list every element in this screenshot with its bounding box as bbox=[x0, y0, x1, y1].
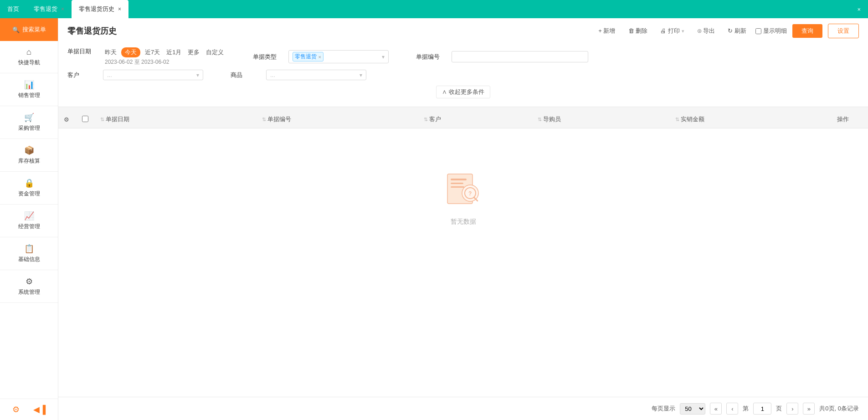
th-customer[interactable]: ⇅ 客户 bbox=[418, 111, 532, 128]
table-body: ? 暂无数据 bbox=[58, 128, 868, 263]
sidebar-item-operations[interactable]: 📈 经营管理 bbox=[0, 205, 58, 237]
empty-text: 暂无数据 bbox=[451, 218, 476, 226]
sidebar-item-finance[interactable]: 🔒 资金管理 bbox=[0, 172, 58, 205]
date-opt-more[interactable]: 更多 bbox=[186, 47, 201, 57]
per-page-select[interactable]: 50 10 20 100 bbox=[680, 403, 705, 415]
filter-row-2: 客户 ... ▾ 商品 ... ▾ bbox=[67, 70, 859, 80]
next-page-button[interactable]: › bbox=[786, 403, 798, 415]
sidebar-item-quick-nav[interactable]: ⌂ 快捷导航 bbox=[0, 41, 58, 73]
show-detail-input[interactable] bbox=[755, 28, 761, 34]
operations-icon: 📈 bbox=[24, 211, 34, 221]
sidebar: 🔍 搜索菜单 ⌂ 快捷导航 📊 销售管理 🛒 采购管理 📦 库存核算 🔒 资金管… bbox=[0, 18, 58, 420]
th-number-label: 单据编号 bbox=[267, 116, 291, 123]
tab-return-label: 零售退货 bbox=[34, 5, 57, 13]
add-label: + 新增 bbox=[598, 27, 615, 35]
empty-state: ? 暂无数据 bbox=[58, 128, 868, 262]
th-amount-label: 实销金额 bbox=[681, 116, 704, 123]
settings-button[interactable]: 设置 bbox=[828, 24, 859, 38]
page-input[interactable] bbox=[753, 403, 771, 415]
sidebar-item-label: 系统管理 bbox=[18, 288, 40, 296]
show-detail-label: 显示明细 bbox=[763, 27, 787, 35]
th-amount[interactable]: ⇅ 实销金额 bbox=[670, 111, 832, 128]
inventory-icon: 📦 bbox=[24, 145, 34, 155]
th-settings[interactable]: ⚙ bbox=[58, 111, 77, 128]
sidebar-bottom: ⚙ ◀▐ bbox=[0, 399, 58, 420]
prev-page-button[interactable]: ‹ bbox=[726, 403, 738, 415]
customer-filter-select[interactable]: ... ▾ bbox=[103, 70, 203, 80]
type-dropdown-arrow: ▾ bbox=[382, 54, 385, 60]
window-close[interactable]: × bbox=[857, 6, 868, 13]
th-date[interactable]: ⇅ 单据日期 bbox=[95, 111, 257, 128]
date-opt-today[interactable]: 今天 bbox=[121, 47, 140, 57]
date-opt-yesterday[interactable]: 昨天 bbox=[103, 47, 118, 57]
sales-icon: 📊 bbox=[24, 80, 34, 90]
sidebar-item-system[interactable]: ⚙ 系统管理 bbox=[0, 270, 58, 303]
th-actions-label: 操作 bbox=[837, 116, 849, 123]
goods-dropdown-arrow: ▾ bbox=[360, 72, 362, 78]
query-button[interactable]: 查询 bbox=[792, 24, 822, 38]
collapse-button[interactable]: ∧ 收起更多条件 bbox=[436, 86, 490, 98]
system-icon: ⚙ bbox=[26, 277, 33, 287]
sidebar-item-label: 资金管理 bbox=[18, 190, 40, 198]
th-checkbox[interactable] bbox=[77, 111, 95, 128]
sidebar-item-label: 基础信息 bbox=[18, 256, 40, 263]
refresh-label: ↻ 刷新 bbox=[728, 27, 746, 35]
date-opt-1month[interactable]: 近1月 bbox=[164, 47, 183, 57]
add-button[interactable]: + 新增 bbox=[595, 25, 619, 37]
tab-return-history-label: 零售退货历史 bbox=[79, 5, 114, 13]
print-button[interactable]: 🖨 打印 ▾ bbox=[657, 25, 688, 37]
top-bar: 首页 零售退货 × 零售退货历史 × × bbox=[0, 0, 868, 18]
customer-dropdown-arrow: ▾ bbox=[196, 72, 199, 78]
sidebar-item-purchase-mgmt[interactable]: 🛒 采购管理 bbox=[0, 106, 58, 139]
first-page-button[interactable]: « bbox=[710, 403, 722, 415]
empty-state-cell: ? 暂无数据 bbox=[58, 128, 868, 263]
page-label: 第 bbox=[743, 405, 749, 413]
th-guide[interactable]: ⇅ 导购员 bbox=[532, 111, 670, 128]
sort-icon: ⇅ bbox=[424, 117, 429, 122]
sidebar-item-sales-mgmt[interactable]: 📊 销售管理 bbox=[0, 73, 58, 106]
date-opt-7days[interactable]: 近7天 bbox=[143, 47, 162, 57]
quick-nav-icon: ⌂ bbox=[26, 47, 31, 57]
filter-row-1: 单据日期 昨天 今天 近7天 近1月 更多 自定义 2023-06-02 至 2… bbox=[67, 47, 859, 66]
type-tag-close[interactable]: × bbox=[318, 54, 321, 60]
number-filter-input[interactable] bbox=[452, 51, 588, 62]
main-layout: 🔍 搜索菜单 ⌂ 快捷导航 📊 销售管理 🛒 采购管理 📦 库存核算 🔒 资金管… bbox=[0, 18, 868, 420]
sort-icon: ⇅ bbox=[675, 117, 681, 122]
tab-return[interactable]: 零售退货 × bbox=[26, 0, 72, 18]
page-header-top: 零售退货历史 + 新增 🗑 删除 🖨 打印 ▾ ⊙ 导出 bbox=[67, 24, 859, 43]
audio-bottom-icon[interactable]: ◀▐ bbox=[33, 405, 46, 415]
sidebar-item-basic-info[interactable]: 📋 基础信息 bbox=[0, 237, 58, 270]
toolbar: + 新增 🗑 删除 🖨 打印 ▾ ⊙ 导出 ↻ 刷新 bbox=[595, 24, 859, 38]
svg-rect-2 bbox=[451, 183, 463, 184]
empty-illustration: ? bbox=[441, 165, 486, 210]
tab-return-history[interactable]: 零售退货历史 × bbox=[72, 0, 128, 18]
tab-return-history-close[interactable]: × bbox=[118, 6, 121, 12]
tab-home[interactable]: 首页 bbox=[0, 0, 26, 18]
tab-return-close[interactable]: × bbox=[61, 6, 64, 12]
export-button[interactable]: ⊙ 导出 bbox=[693, 25, 719, 37]
type-filter-label: 单据类型 bbox=[253, 53, 285, 61]
date-opt-custom[interactable]: 自定义 bbox=[204, 47, 226, 57]
per-page-label: 每页显示 bbox=[652, 405, 675, 413]
pagination-bar: 每页显示 50 10 20 100 « ‹ 第 页 › » 共0页, 0条记录 bbox=[58, 397, 868, 420]
print-label: 🖨 打印 bbox=[660, 27, 680, 35]
goods-filter-select[interactable]: ... ▾ bbox=[266, 70, 366, 80]
type-filter-select[interactable]: 零售退货 × ▾ bbox=[288, 50, 389, 63]
show-detail-checkbox[interactable]: 显示明细 bbox=[755, 27, 787, 35]
svg-text:?: ? bbox=[468, 190, 472, 197]
total-info: 共0页, 0条记录 bbox=[819, 405, 859, 413]
th-number[interactable]: ⇅ 单据编号 bbox=[257, 111, 418, 128]
type-tag-label: 零售退货 bbox=[295, 53, 317, 61]
type-tag-item: 零售退货 × bbox=[293, 52, 323, 61]
page-title: 零售退货历史 bbox=[67, 26, 117, 36]
select-all-checkbox[interactable] bbox=[82, 116, 88, 122]
collapse-label: ∧ 收起更多条件 bbox=[442, 88, 484, 96]
refresh-button[interactable]: ↻ 刷新 bbox=[724, 25, 750, 37]
sidebar-item-inventory[interactable]: 📦 库存核算 bbox=[0, 139, 58, 172]
sidebar-item-label: 快捷导航 bbox=[18, 59, 40, 67]
last-page-button[interactable]: » bbox=[803, 403, 815, 415]
settings-bottom-icon[interactable]: ⚙ bbox=[12, 405, 20, 415]
sidebar-search[interactable]: 🔍 搜索菜单 bbox=[0, 18, 58, 41]
date-options: 昨天 今天 近7天 近1月 更多 自定义 bbox=[103, 47, 226, 57]
delete-button[interactable]: 🗑 删除 bbox=[625, 25, 652, 37]
